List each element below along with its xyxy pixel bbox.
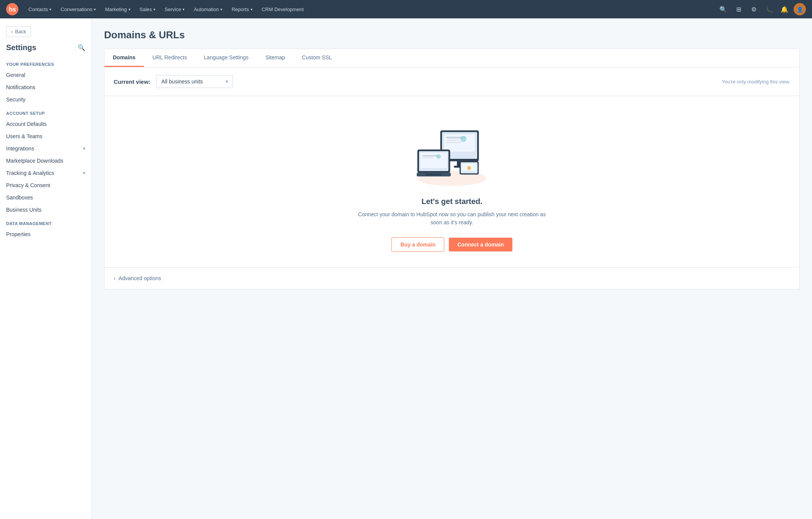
tab-sitemap[interactable]: Sitemap	[257, 49, 293, 67]
svg-rect-21	[426, 174, 442, 175]
nav-reports[interactable]: Reports ▾	[228, 4, 256, 15]
tabs-bar: Domains URL Redirects Language Settings …	[104, 49, 800, 67]
hubspot-logo[interactable]: hs	[6, 3, 18, 15]
sidebar-header: Settings 🔍	[0, 43, 91, 57]
sidebar-item-account-defaults[interactable]: Account Defaults	[0, 118, 91, 130]
marketing-chevron-icon: ▾	[129, 7, 130, 11]
phone-icon[interactable]: 📞	[763, 3, 775, 15]
section-label-preferences: Your Preferences	[0, 57, 91, 69]
conversations-chevron-icon: ▾	[94, 7, 96, 11]
empty-state-title: Let's get started.	[421, 197, 482, 206]
nav-conversations[interactable]: Conversations ▾	[57, 4, 99, 15]
sidebar-item-tracking-analytics[interactable]: Tracking & Analytics ▾	[0, 167, 91, 179]
empty-state-actions: Buy a domain Connect a domain	[391, 237, 512, 252]
nav-automation[interactable]: Automation ▾	[190, 4, 226, 15]
nav-service[interactable]: Service ▾	[161, 4, 188, 15]
dropdown-chevron-icon: ▾	[226, 79, 228, 84]
advanced-options-toggle[interactable]: › Advanced options	[104, 267, 799, 289]
buy-domain-button[interactable]: Buy a domain	[391, 237, 444, 252]
nav-crm-development[interactable]: CRM Development	[258, 4, 308, 15]
app-layout: ‹ Back Settings 🔍 Your Preferences Gener…	[0, 18, 812, 519]
sidebar-search-icon[interactable]: 🔍	[78, 44, 85, 51]
contacts-chevron-icon: ▾	[49, 7, 51, 11]
svg-point-19	[436, 154, 441, 159]
svg-rect-18	[422, 157, 433, 158]
back-button[interactable]: ‹ Back	[6, 26, 31, 37]
sidebar-item-users-teams[interactable]: Users & Teams	[0, 130, 91, 142]
svg-rect-17	[422, 155, 438, 157]
sidebar-item-notifications[interactable]: Notifications	[0, 81, 91, 93]
sidebar-item-general[interactable]: General	[0, 69, 91, 81]
domains-illustration	[406, 119, 498, 188]
sidebar-title: Settings	[6, 43, 36, 52]
sidebar-item-sandboxes[interactable]: Sandboxes	[0, 191, 91, 204]
sidebar: ‹ Back Settings 🔍 Your Preferences Gener…	[0, 18, 92, 519]
sales-chevron-icon: ▾	[153, 7, 155, 11]
settings-icon[interactable]: ⚙	[748, 3, 760, 15]
svg-text:👤: 👤	[797, 7, 804, 13]
nav-contacts[interactable]: Contacts ▾	[24, 4, 55, 15]
back-arrow-icon: ‹	[11, 29, 13, 34]
automation-chevron-icon: ▾	[220, 7, 222, 11]
integrations-chevron-icon: ▾	[83, 146, 85, 151]
content-panel: Current view: All business units ▾ You'r…	[104, 67, 800, 289]
tab-custom-ssl[interactable]: Custom SSL	[293, 49, 341, 67]
tracking-chevron-icon: ▾	[83, 170, 85, 176]
connect-domain-button[interactable]: Connect a domain	[449, 238, 512, 251]
empty-state-description: Connect your domain to HubSpot now so yo…	[356, 211, 548, 227]
tab-language-settings[interactable]: Language Settings	[196, 49, 257, 67]
tab-domains[interactable]: Domains	[104, 49, 144, 67]
sidebar-item-security[interactable]: Security	[0, 93, 91, 106]
user-avatar[interactable]: 👤	[794, 3, 806, 15]
svg-rect-9	[446, 140, 460, 141]
section-label-account-setup: Account Setup	[0, 106, 91, 118]
current-view-label: Current view:	[114, 78, 150, 85]
topnav-icon-group: 🔍 ⊞ ⚙ 📞 🔔 👤	[717, 3, 806, 15]
current-view-note: You're only modifying this view.	[722, 79, 790, 85]
topnav: hs Contacts ▾ Conversations ▾ Marketing …	[0, 0, 812, 18]
nav-sales[interactable]: Sales ▾	[136, 4, 160, 15]
sidebar-item-marketplace-downloads[interactable]: Marketplace Downloads	[0, 155, 91, 167]
section-label-data-management: Data Management	[0, 216, 91, 228]
page-title: Domains & URLs	[104, 29, 800, 41]
marketplace-icon[interactable]: ⊞	[732, 3, 745, 15]
svg-point-11	[460, 136, 466, 142]
sidebar-item-business-units[interactable]: Business Units	[0, 204, 91, 216]
svg-rect-10	[446, 142, 461, 143]
current-view-left: Current view: All business units ▾	[114, 75, 233, 88]
main-content: Domains & URLs Domains URL Redirects Lan…	[92, 18, 812, 519]
service-chevron-icon: ▾	[183, 7, 184, 11]
nav-marketing[interactable]: Marketing ▾	[101, 4, 134, 15]
business-units-dropdown[interactable]: All business units ▾	[157, 75, 233, 88]
search-icon[interactable]: 🔍	[717, 3, 729, 15]
tab-url-redirects[interactable]: URL Redirects	[144, 49, 196, 67]
sidebar-item-properties[interactable]: Properties	[0, 228, 91, 240]
svg-point-25	[467, 166, 471, 170]
svg-text:hs: hs	[9, 6, 16, 13]
sidebar-item-privacy-consent[interactable]: Privacy & Consent	[0, 179, 91, 191]
sidebar-item-integrations[interactable]: Integrations ▾	[0, 142, 91, 155]
notifications-icon[interactable]: 🔔	[778, 3, 791, 15]
current-view-bar: Current view: All business units ▾ You'r…	[104, 67, 799, 96]
reports-chevron-icon: ▾	[251, 7, 253, 11]
empty-state: Let's get started. Connect your domain t…	[104, 96, 799, 267]
advanced-options-chevron-icon: ›	[114, 275, 116, 281]
